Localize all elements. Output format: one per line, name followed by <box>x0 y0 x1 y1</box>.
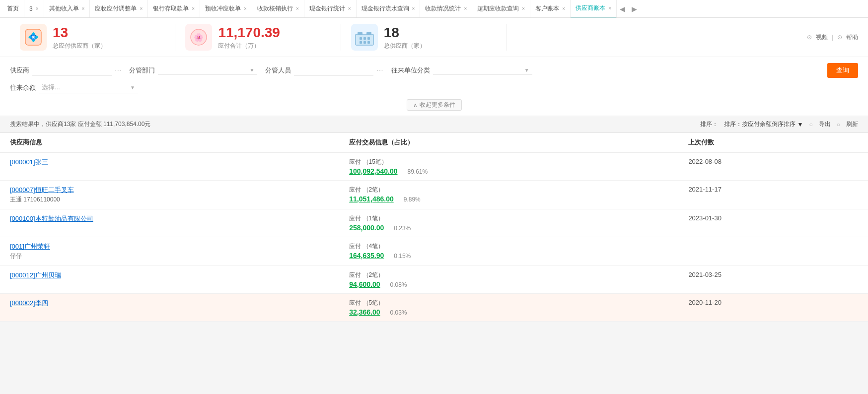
payable-amount-1[interactable]: 11,051,486.00 <box>349 195 394 203</box>
filter-item-supplier: 供应商 ··· <box>10 66 121 75</box>
svg-rect-10 <box>360 41 362 44</box>
table-row: [000012]广州贝瑞应付 （2笔）94,600.000.08%2021-03… <box>0 266 868 294</box>
filter-item-balance: 往来余额 选择... ▼ <box>10 82 138 93</box>
svg-rect-12 <box>367 41 370 44</box>
supplier-link-0[interactable]: [000001]张三 <box>10 158 48 166</box>
nav-tab-advance-offset[interactable]: 预收冲应收单 × <box>200 0 252 18</box>
svg-text:🌸: 🌸 <box>194 33 204 42</box>
balance-select-placeholder: 选择... <box>42 83 128 92</box>
supplier-link-1[interactable]: [000007]恒旺二手叉车 <box>10 186 74 194</box>
close-icon[interactable]: × <box>244 6 247 11</box>
table-row: [000001]张三应付 （15笔）100,092,540.0089.61%20… <box>0 153 868 181</box>
category-select[interactable]: ▼ <box>433 66 532 74</box>
collapse-bar: ∧ 收起更多条件 <box>10 97 858 112</box>
supplier-table: 供应商信息 应付交易信息（占比） 上次付数 [000001]张三应付 （15笔）… <box>0 133 868 322</box>
payable-amount-4[interactable]: 94,600.00 <box>349 280 380 288</box>
payable-cell-4: 应付 （2笔）94,600.000.08% <box>349 271 688 288</box>
help-icon: ⊙ <box>837 34 842 41</box>
video-link[interactable]: 视频 <box>816 33 828 42</box>
svg-rect-6 <box>366 32 371 35</box>
nav-tab-other-income[interactable]: 其他收入单 × <box>44 0 90 18</box>
collapse-button[interactable]: ∧ 收起更多条件 <box>407 99 462 111</box>
close-icon[interactable]: × <box>192 6 195 11</box>
stat-block-total-suppliers: 18 总供应商（家） <box>341 24 506 51</box>
sort-chevron-icon: ▼ <box>797 121 803 128</box>
nav-next-arrow[interactable]: ▶ <box>629 0 641 18</box>
nav-tab-receipt-stat[interactable]: 收款情况统计 × <box>420 0 472 18</box>
payable-count-3: 应付 （4笔） <box>349 242 688 251</box>
person-label: 分管人员 <box>265 66 291 75</box>
payable-amount-3[interactable]: 164,635.90 <box>349 252 384 260</box>
payable-cell-1: 应付 （2笔）11,051,486.009.89% <box>349 186 688 203</box>
table-header: 供应商信息 应付交易信息（占比） 上次付数 <box>0 133 868 153</box>
refresh-button[interactable]: 刷新 <box>846 120 858 129</box>
main-content: 供应商信息 应付交易信息（占比） 上次付数 [000001]张三应付 （15笔）… <box>0 133 868 394</box>
close-icon[interactable]: × <box>464 6 467 11</box>
payable-amount-0[interactable]: 100,092,540.00 <box>349 167 397 175</box>
payable-count-2: 应付 （1笔） <box>349 214 688 223</box>
payable-amount-row-2: 258,000.000.23% <box>349 223 688 232</box>
nav-tab-receipt-verify[interactable]: 收款核销执行 × <box>252 0 304 18</box>
stats-bar: 💠 13 总应付供应商（家） 🌸 11,170.39 应付合计（万） <box>0 18 868 57</box>
close-icon[interactable]: × <box>562 6 565 11</box>
supplier-dots-icon[interactable]: ··· <box>115 66 121 75</box>
nav-tab-bank-deposit[interactable]: 银行存取款单 × <box>148 0 200 18</box>
table-row: [000007]恒旺二手叉车王通 17106110000应付 （2笔）11,05… <box>0 181 868 209</box>
payable-amount-5[interactable]: 32,366.00 <box>349 308 380 316</box>
close-icon[interactable]: × <box>608 5 611 11</box>
close-icon[interactable]: × <box>296 6 299 11</box>
payable-amount-row-0: 100,092,540.0089.61% <box>349 166 688 175</box>
person-dots-icon[interactable]: ··· <box>376 66 383 75</box>
payable-total-number: 11,170.39 <box>218 24 280 41</box>
balance-select[interactable]: 选择... ▼ <box>39 82 138 93</box>
payable-cell-0: 应付 （15笔）100,092,540.0089.61% <box>349 158 688 175</box>
nav-prev-arrow[interactable]: ◀ <box>617 0 629 18</box>
payable-suppliers-number: 13 <box>53 24 106 41</box>
supplier-cell-2: [000100]本特勤油品有限公司 <box>10 214 349 223</box>
stat-block-suppliers-payable: 💠 13 总应付供应商（家） <box>10 24 175 51</box>
svg-rect-9 <box>367 37 370 40</box>
dept-select[interactable]: ▼ <box>158 66 257 74</box>
payable-amount-2[interactable]: 258,000.00 <box>349 224 384 232</box>
close-icon[interactable]: × <box>36 6 39 11</box>
suppliers-payable-icon: 💠 <box>20 24 47 51</box>
supplier-link-5[interactable]: [000002]李四 <box>10 299 48 307</box>
nav-tab-cash-bank-stat[interactable]: 现金银行统计 × <box>304 0 357 18</box>
supplier-input[interactable] <box>32 66 112 75</box>
overdue-query-label: 超期应收款查询 <box>477 4 519 13</box>
balance-label: 往来余额 <box>10 83 36 92</box>
supplier-link-4[interactable]: [000012]广州贝瑞 <box>10 271 61 279</box>
filter-row-1: 供应商 ··· 分管部门 ▼ 分管人员 ··· 往来单位分类 ▼ 查询 <box>10 63 858 78</box>
payable-pct-5: 0.03% <box>390 309 407 316</box>
stat-text-total-suppliers: 18 总供应商（家） <box>384 24 426 51</box>
close-icon[interactable]: × <box>348 6 351 11</box>
close-icon[interactable]: × <box>412 6 415 11</box>
col-header-payable: 应付交易信息（占比） <box>349 138 688 147</box>
nav-tab-ar-adjust[interactable]: 应收应付调整单 × <box>90 0 148 18</box>
nav-tab-home[interactable]: 首页 <box>2 0 24 18</box>
payable-amount-row-5: 32,366.000.03% <box>349 307 688 316</box>
payable-cell-3: 应付 （4笔）164,635.900.15% <box>349 242 688 260</box>
help-link[interactable]: 帮助 <box>846 33 858 42</box>
sort-select[interactable]: 排序：按应付余额倒序排序 ▼ <box>724 120 803 129</box>
stat-block-payable-total: 🌸 11,170.39 应付合计（万） <box>175 24 341 51</box>
export-button[interactable]: 导出 <box>819 120 831 129</box>
payable-pct-1: 9.89% <box>404 196 421 203</box>
nav-tab-cash-bank-flow[interactable]: 现金银行流水查询 × <box>357 0 421 18</box>
nav-tab-overdue-query[interactable]: 超期应收款查询 × <box>472 0 530 18</box>
close-icon[interactable]: × <box>140 6 143 11</box>
nav-tab-3[interactable]: 3 × <box>24 0 44 18</box>
nav-tab-supplier-account[interactable]: 供应商账本 × <box>571 0 617 18</box>
payable-count-1: 应付 （2笔） <box>349 186 688 194</box>
person-input[interactable] <box>294 66 373 75</box>
chevron-down-icon: ▼ <box>130 85 135 90</box>
supplier-link-3[interactable]: [001]广州荣轩 <box>10 243 50 250</box>
supplier-link-2[interactable]: [000100]本特勤油品有限公司 <box>10 215 93 222</box>
top-right-links: ⊙ 视频 | ⊙ 帮助 <box>797 33 858 42</box>
results-actions: 排序： 排序：按应付余额倒序排序 ▼ ○ 导出 ○ 刷新 <box>700 120 858 129</box>
query-button[interactable]: 查询 <box>827 63 858 78</box>
nav-tab-customer-account[interactable]: 客户账本 × <box>530 0 571 18</box>
payable-cell-2: 应付 （1笔）258,000.000.23% <box>349 214 688 232</box>
close-icon[interactable]: × <box>522 6 525 11</box>
close-icon[interactable]: × <box>82 6 85 11</box>
